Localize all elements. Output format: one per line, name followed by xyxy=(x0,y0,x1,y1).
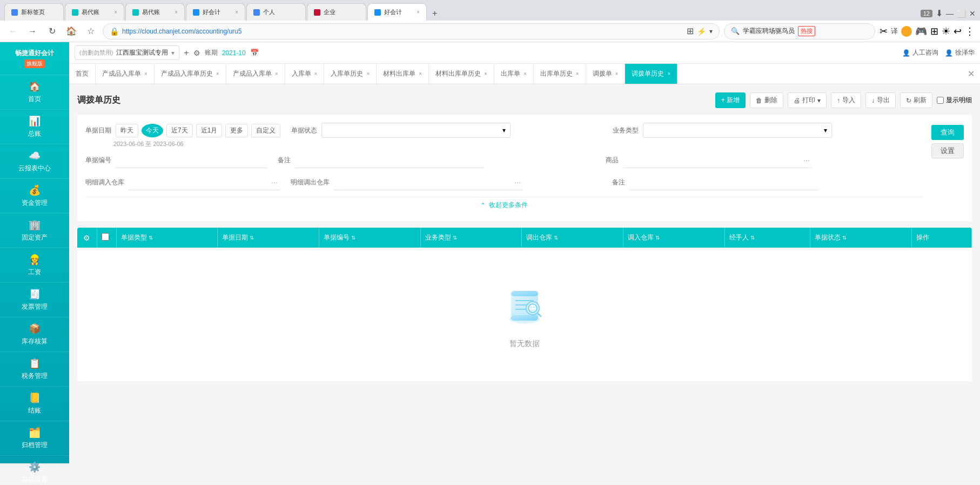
page-tab-9[interactable]: 出库单历史 × xyxy=(534,64,586,84)
page-tab-2[interactable]: 产成品入库单历史 × xyxy=(155,64,226,84)
query-button[interactable]: 查询 xyxy=(931,125,964,140)
status-select[interactable]: ▾ xyxy=(321,123,511,138)
back-button[interactable]: ← xyxy=(5,24,21,39)
search-bar[interactable]: 🔍 学霸应聘场驱鸟员 热搜 xyxy=(724,23,875,39)
tab-close-9[interactable]: × xyxy=(576,71,579,77)
sidebar-item-tax[interactable]: 📋 税务管理 xyxy=(0,352,69,387)
translate-icon[interactable]: 译 xyxy=(891,26,898,36)
user-button[interactable]: 👤 徐泽华 xyxy=(945,48,975,57)
page-tab-11[interactable]: 调拨单历史 × xyxy=(625,64,677,84)
new-button[interactable]: + 新增 xyxy=(715,92,746,108)
detail-remark-input[interactable] xyxy=(629,175,818,190)
month-btn[interactable]: 近1月 xyxy=(196,124,223,137)
company-selector[interactable]: (勿删勿禁用) 江西服宝测试专用 ▾ xyxy=(75,45,179,60)
tab-close-5[interactable]: × xyxy=(366,71,370,77)
browser-tab-1[interactable]: 新标签页 xyxy=(4,3,64,21)
star-button[interactable]: ☆ xyxy=(83,24,98,39)
filter-settings-button[interactable]: 设置 xyxy=(931,143,964,158)
print-button[interactable]: 🖨 打印 ▾ xyxy=(788,92,827,108)
sidebar-item-ledger[interactable]: 📊 总账 xyxy=(0,110,69,144)
undo-icon[interactable]: ↩ xyxy=(954,25,962,37)
add-company-icon[interactable]: + xyxy=(184,48,189,58)
tab-close-11[interactable]: × xyxy=(667,71,670,77)
more-date-btn[interactable]: 更多 xyxy=(225,124,248,137)
scissors-icon[interactable]: ✂ xyxy=(880,25,888,37)
delete-button[interactable]: 🗑 删除 xyxy=(750,92,783,108)
sidebar-item-inventory[interactable]: 📦 库存核算 xyxy=(0,317,69,352)
browser-tab-7[interactable]: 好会计 × xyxy=(367,3,427,21)
th-doc-status[interactable]: 单据状态 ⇅ xyxy=(810,228,912,248)
sidebar-item-salary[interactable]: 👷 工资 xyxy=(0,248,69,283)
sidebar-item-closing[interactable]: 📒 结账 xyxy=(0,387,69,421)
page-tab-3[interactable]: 产成品入库单 × xyxy=(226,64,285,84)
th-business-type[interactable]: 业务类型 ⇅ xyxy=(420,228,522,248)
today-btn[interactable]: 今天 xyxy=(142,124,163,137)
page-tab-8[interactable]: 出库单 × xyxy=(494,64,534,84)
tab-close-4[interactable]: × xyxy=(314,71,318,77)
refresh-nav-button[interactable]: ↻ xyxy=(44,24,59,39)
collapse-button[interactable]: ⌃ 收起更多条件 xyxy=(85,197,923,213)
sidebar-item-assets[interactable]: 🏢 固定资产 xyxy=(0,214,69,248)
calendar-icon[interactable]: 📅 xyxy=(250,49,259,57)
url-bar[interactable]: 🔒 https://cloud.chanjet.com/accounting/u… xyxy=(103,23,720,39)
page-tab-5[interactable]: 入库单历史 × xyxy=(324,64,377,84)
th-gear[interactable]: ⚙ xyxy=(77,228,97,248)
th-doc-type[interactable]: 单据类型 ⇅ xyxy=(116,228,218,248)
tab-close-2[interactable]: × xyxy=(216,71,219,77)
tab-close-6[interactable]: × xyxy=(419,71,422,77)
sun-icon[interactable]: ☀ xyxy=(942,25,950,37)
tab-close-8[interactable]: × xyxy=(523,71,527,77)
grid-icon[interactable]: ⊞ xyxy=(930,25,938,37)
company-settings-icon[interactable]: ⚙ xyxy=(193,49,200,57)
page-tab-7[interactable]: 材料出库单历史 × xyxy=(429,64,494,84)
sidebar-item-fund[interactable]: 💰 资金管理 xyxy=(0,179,69,214)
dropdown-icon[interactable]: ▾ xyxy=(709,28,713,35)
display-detail-checkbox[interactable]: 显示明细 xyxy=(937,96,972,105)
th-handler[interactable]: 经手人 ⇅ xyxy=(724,228,810,248)
sidebar-item-home[interactable]: 🏠 首页 xyxy=(0,75,69,110)
detail-in-ellipsis[interactable]: ··· xyxy=(269,178,280,187)
import-button[interactable]: ↑ 导入 xyxy=(831,92,861,108)
browser-tab-2[interactable]: 易代账 × xyxy=(65,3,124,21)
page-tab-4[interactable]: 入库单 × xyxy=(285,64,325,84)
more-icon[interactable]: ⋮ xyxy=(965,25,975,37)
detail-out-ellipsis[interactable]: ··· xyxy=(512,178,523,187)
custom-date-btn[interactable]: 自定义 xyxy=(251,124,280,137)
th-out-warehouse[interactable]: 调出仓库 ⇅ xyxy=(522,228,623,248)
all-tabs-close[interactable]: ✕ xyxy=(962,69,980,79)
page-tab-10[interactable]: 调拨单 × xyxy=(586,64,626,84)
maximize-icon[interactable]: ⬜ xyxy=(957,9,966,18)
detail-out-input[interactable] xyxy=(334,175,512,190)
week-btn[interactable]: 近7天 xyxy=(166,124,193,137)
goods-input[interactable] xyxy=(623,152,801,168)
th-checkbox[interactable] xyxy=(97,228,116,248)
tab-close-1[interactable]: × xyxy=(144,71,147,77)
page-tab-home[interactable]: 首页 xyxy=(69,64,96,84)
business-type-select[interactable]: ▾ xyxy=(643,123,832,138)
home-button[interactable]: 🏠 xyxy=(64,24,79,39)
select-all-checkbox[interactable] xyxy=(102,233,109,241)
remark-input[interactable] xyxy=(295,153,484,168)
browser-tab-6[interactable]: 企业 xyxy=(307,3,366,21)
display-detail-input[interactable] xyxy=(937,97,944,104)
browser-tab-4[interactable]: 好会计 × xyxy=(186,3,245,21)
yesterday-btn[interactable]: 昨天 xyxy=(116,124,138,137)
service-button[interactable]: 👤 人工咨询 xyxy=(902,48,938,57)
tab-close-10[interactable]: × xyxy=(615,71,619,77)
th-doc-date[interactable]: 单据日期 ⇅ xyxy=(218,228,319,248)
coin-icon[interactable] xyxy=(901,26,912,37)
sidebar-item-settings[interactable]: ⚙️ 基础设置 xyxy=(0,456,69,485)
doc-number-input[interactable] xyxy=(116,153,267,168)
browser-tab-5[interactable]: 个人 xyxy=(246,3,306,21)
gamepad-icon[interactable]: 🎮 xyxy=(915,25,927,37)
period-value[interactable]: 2021-10 xyxy=(222,49,246,57)
detail-in-input[interactable] xyxy=(129,175,269,190)
th-in-warehouse[interactable]: 调入仓库 ⇅ xyxy=(623,228,725,248)
tab-close-3[interactable]: × xyxy=(275,71,278,77)
forward-button[interactable]: → xyxy=(25,24,40,39)
browser-tab-3[interactable]: 易代账 × xyxy=(125,3,185,21)
sidebar-item-archive[interactable]: 🗂️ 归档管理 xyxy=(0,421,69,456)
page-tab-1[interactable]: 产成品入库单 × xyxy=(96,64,155,84)
th-doc-number[interactable]: 单据编号 ⇅ xyxy=(319,228,420,248)
new-tab-button[interactable]: + xyxy=(428,6,441,21)
